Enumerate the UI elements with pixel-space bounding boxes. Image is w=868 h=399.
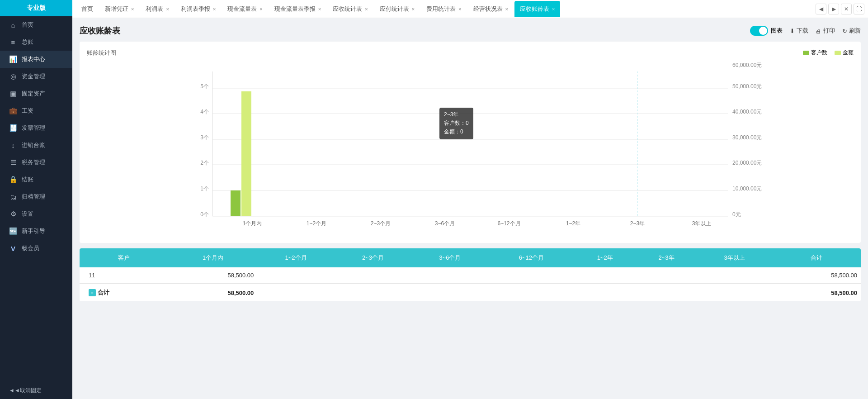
refresh-icon: ↻ <box>842 28 847 34</box>
tab-prev-button[interactable]: ◀ <box>816 4 826 14</box>
sidebar-item-ledger-label: 总账 <box>22 38 33 46</box>
tab-operation[interactable]: 经营状况表 × <box>468 1 514 17</box>
svg-text:0元: 0元 <box>732 211 741 218</box>
tab-maximize-button[interactable]: ⛶ <box>854 4 864 14</box>
sidebar-item-reports[interactable]: 📊 报表中心 <box>0 51 72 68</box>
total-icon: ≡ <box>89 289 96 296</box>
tab-voucher-label: 新增凭证 <box>105 5 128 13</box>
tab-profit[interactable]: 利润表 × <box>140 1 174 17</box>
tab-payable-stat[interactable]: 应付统计表 × <box>374 1 420 17</box>
svg-text:50,000.00元: 50,000.00元 <box>732 83 762 90</box>
sidebar-item-ledger[interactable]: ≡ 总账 <box>0 33 72 51</box>
tab-cashflow-quarterly-close[interactable]: × <box>318 6 321 12</box>
legend-customer-label: 客户数 <box>811 49 827 57</box>
footer-total: 58,500.00 <box>772 284 861 301</box>
bar-1month-customer <box>231 190 241 216</box>
tab-cashflow-quarterly[interactable]: 现金流量表季报 × <box>269 1 326 17</box>
cell-year3plus <box>697 267 772 284</box>
sidebar-item-tax-label: 税务管理 <box>22 158 45 166</box>
tab-cashflow[interactable]: 现金流量表 × <box>222 1 268 17</box>
tab-receivable-stat[interactable]: 应收统计表 × <box>327 1 373 17</box>
reports-icon: 📊 <box>9 55 17 63</box>
tab-expense-stat-close[interactable]: × <box>458 6 461 12</box>
col-year3plus: 3年以上 <box>697 248 772 267</box>
tab-profit-close[interactable]: × <box>166 6 169 12</box>
svg-text:20,000.00元: 20,000.00元 <box>732 160 762 166</box>
svg-text:2~3个月: 2~3个月 <box>371 220 391 227</box>
sidebar-item-closing[interactable]: 🔒 结账 <box>0 171 72 188</box>
svg-text:60,000.00元: 60,000.00元 <box>732 62 762 68</box>
tab-profit-quarterly-close[interactable]: × <box>213 6 216 12</box>
sidebar-item-capital[interactable]: ◎ 资金管理 <box>0 68 72 85</box>
sidebar-item-capital-label: 资金管理 <box>22 72 45 81</box>
col-year12: 1~2年 <box>574 248 636 267</box>
sidebar-item-invoice[interactable]: 🧾 发票管理 <box>0 119 72 137</box>
tax-icon: ☰ <box>9 158 17 166</box>
tab-home[interactable]: 首页 <box>76 1 99 17</box>
svg-text:2个: 2个 <box>200 160 209 166</box>
svg-text:6~12个月: 6~12个月 <box>497 220 520 227</box>
tab-navigation: ◀ ▶ ✕ ⛶ <box>816 4 864 14</box>
tab-voucher[interactable]: 新增凭证 × <box>99 1 139 17</box>
settings-icon: ⚙ <box>9 210 17 218</box>
table-footer-row: ≡ 合计 58,500.00 58,500.00 <box>80 284 861 301</box>
sidebar-item-inventory-label: 进销台账 <box>22 141 45 149</box>
tab-cashflow-close[interactable]: × <box>259 6 262 12</box>
svg-text:1~2个月: 1~2个月 <box>307 220 326 227</box>
tab-operation-close[interactable]: × <box>505 6 508 12</box>
sidebar-item-reports-label: 报表中心 <box>22 55 45 63</box>
tab-profit-quarterly[interactable]: 利润表季报 × <box>175 1 221 17</box>
legend-amount-color <box>835 51 841 55</box>
tab-aging[interactable]: 应收账龄表 × <box>514 1 560 17</box>
page-title: 应收账龄表 <box>80 25 120 36</box>
sidebar-item-tax[interactable]: ☰ 税务管理 <box>0 154 72 171</box>
tab-payable-stat-close[interactable]: × <box>412 6 415 12</box>
sidebar-item-guide[interactable]: 🆕 新手引导 <box>0 223 72 240</box>
tab-expense-stat[interactable]: 费用统计表 × <box>421 1 467 17</box>
cell-year23 <box>636 267 697 284</box>
footer-label: ≡ 合计 <box>80 284 169 301</box>
sidebar-item-home[interactable]: ⌂ 首页 <box>0 16 72 33</box>
home-icon: ⌂ <box>9 21 17 29</box>
chart-toggle[interactable] <box>750 26 768 36</box>
tab-aging-close[interactable]: × <box>552 6 555 12</box>
tab-next-button[interactable]: ▶ <box>828 4 839 14</box>
sidebar-item-assets[interactable]: ▣ 固定资产 <box>0 85 72 102</box>
chart-legend: 客户数 金额 <box>803 49 854 57</box>
inventory-icon: ↕ <box>9 142 17 149</box>
refresh-label: 刷新 <box>849 27 861 35</box>
tab-receivable-stat-close[interactable]: × <box>365 6 368 12</box>
sidebar-item-salary-label: 工资 <box>22 107 33 115</box>
tab-cashflow-quarterly-label: 现金流量表季报 <box>274 5 316 13</box>
print-button[interactable]: 🖨 打印 <box>816 27 835 35</box>
col-month23: 2~3个月 <box>335 248 411 267</box>
svg-text:2~3年: 2~3年 <box>630 220 645 227</box>
page-actions: 图表 ⬇ 下载 🖨 打印 ↻ 刷新 <box>750 26 861 36</box>
svg-text:10,000.00元: 10,000.00元 <box>732 185 762 192</box>
refresh-button[interactable]: ↻ 刷新 <box>842 27 861 35</box>
sidebar-item-salary[interactable]: 💼 工资 <box>0 102 72 119</box>
archive-icon: 🗂 <box>9 193 17 201</box>
sidebar-item-inventory[interactable]: ↕ 进销台账 <box>0 137 72 154</box>
tab-bar: 首页 新增凭证 × 利润表 × 利润表季报 × 现金流量表 × 现金流量表季报 … <box>72 0 868 18</box>
sidebar-item-closing-label: 结账 <box>22 176 33 184</box>
footer-label-text: 合计 <box>98 289 109 297</box>
aging-table: 客户 1个月内 1~2个月 2~3个月 3~6个月 6~12个月 1~2年 2~… <box>80 248 861 301</box>
sidebar-item-settings[interactable]: ⚙ 设置 <box>0 205 72 223</box>
page-content: 应收账龄表 图表 ⬇ 下载 🖨 打印 ↻ 刷新 <box>72 18 868 399</box>
sidebar-item-invoice-label: 发票管理 <box>22 124 45 132</box>
tab-expense-stat-label: 费用统计表 <box>426 5 456 13</box>
tab-close-all-button[interactable]: ✕ <box>841 4 852 14</box>
svg-text:40,000.00元: 40,000.00元 <box>732 109 762 115</box>
sidebar-item-archive[interactable]: 🗂 归档管理 <box>0 188 72 205</box>
col-year23: 2~3年 <box>636 248 697 267</box>
tab-operation-label: 经营状况表 <box>473 5 503 13</box>
chart-title: 账龄统计图 <box>87 49 854 57</box>
col-month36: 3~6个月 <box>411 248 488 267</box>
download-button[interactable]: ⬇ 下载 <box>790 27 808 35</box>
tab-voucher-close[interactable]: × <box>131 6 134 12</box>
pin-toggle[interactable]: ◄◄取消固定 <box>0 382 72 399</box>
print-icon: 🖨 <box>816 28 821 34</box>
sidebar-item-member[interactable]: V 畅会员 <box>0 240 72 257</box>
cell-month612 <box>489 267 575 284</box>
